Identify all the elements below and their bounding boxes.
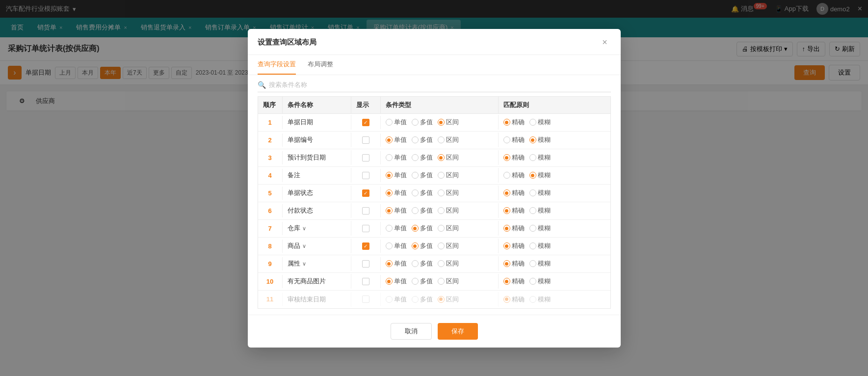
cell-type: 单值多值区间 (381, 115, 499, 117)
col-header-display: 显示 (351, 97, 381, 113)
cell-name: 单据日期 (283, 115, 351, 117)
cell-order: 1 (258, 116, 283, 118)
conditions-table-header: 顺序 条件名称 显示 条件类型 匹配原则 (258, 96, 611, 113)
col-header-match: 匹配原则 (499, 97, 597, 113)
col-header-order: 顺序 (258, 97, 283, 113)
settings-dialog: 设置查询区域布局 × 查询字段设置 布局调整 🔍 顺序 条件名称 显示 条件类型 (248, 29, 621, 118)
col-header-type: 条件类型 (381, 97, 499, 113)
tab-layout-adjust[interactable]: 布局调整 (308, 55, 333, 75)
table-row: 1单据日期单值多值区间精确模糊 (258, 114, 610, 118)
conditions-table: 顺序 条件名称 显示 条件类型 匹配原则 1单据日期单值多值区间精确模糊2单据编… (258, 96, 611, 118)
dialog-tabs: 查询字段设置 布局调整 (248, 55, 621, 75)
cell-match: 精确模糊 (499, 115, 597, 117)
dialog-title: 设置查询区域布局 (258, 38, 316, 47)
col-header-name: 条件名称 (283, 97, 351, 113)
modal-overlay: 设置查询区域布局 × 查询字段设置 布局调整 🔍 顺序 条件名称 显示 条件类型 (0, 0, 868, 117)
dialog-close-button[interactable]: × (599, 37, 611, 49)
condition-search-input[interactable] (269, 81, 367, 88)
conditions-table-body: 1单据日期单值多值区间精确模糊2单据编号单值多值区间精确模糊3预计到货日期单值多… (258, 113, 611, 118)
search-icon: 🔍 (258, 81, 266, 89)
tab-layout-adjust-label: 布局调整 (308, 60, 333, 68)
cell-display (351, 116, 381, 118)
dialog-header: 设置查询区域布局 × (248, 29, 621, 55)
tab-field-settings-label: 查询字段设置 (258, 60, 296, 68)
tab-field-settings[interactable]: 查询字段设置 (258, 55, 296, 75)
condition-search-box: 🔍 (258, 81, 611, 92)
